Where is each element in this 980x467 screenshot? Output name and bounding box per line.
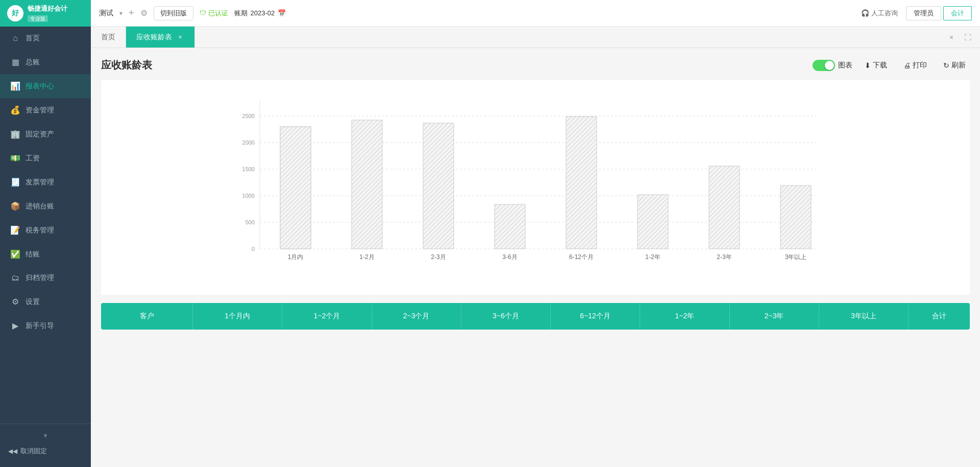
sidebar-item-settings[interactable]: ⚙ 设置	[0, 290, 91, 314]
toggle-switch[interactable]	[813, 60, 835, 71]
bar-chart: 0 500 1000 1500 2000 2500	[111, 90, 960, 285]
salary-icon: 💵	[10, 153, 20, 163]
service-label: 人工咨询	[871, 9, 898, 18]
th-2-3month: 2~3个月	[372, 303, 461, 330]
tax-icon: 📝	[10, 225, 20, 235]
th-1-2month: 1~2个月	[282, 303, 372, 330]
bar-1-2year	[638, 195, 668, 249]
sidebar-item-capital-label: 资金管理	[26, 106, 54, 115]
calendar-icon[interactable]: 📅	[278, 9, 286, 17]
print-label: 打印	[913, 61, 927, 70]
sidebar-item-invoice-label: 发票管理	[26, 178, 54, 187]
home-icon: ⌂	[10, 34, 20, 43]
tab-close-icon[interactable]: ×	[176, 33, 184, 41]
x-label-3year-plus: 3年以上	[785, 253, 807, 261]
switch-version-button[interactable]: 切到旧版	[154, 6, 193, 20]
sidebar-item-tutorial-label: 新手引导	[26, 321, 54, 331]
logo-text-block: 畅捷通好会计 专业版	[28, 4, 67, 22]
tab-home-label: 首页	[101, 33, 115, 42]
logo-sub: 专业版	[28, 13, 67, 22]
sidebar-item-home-label: 首页	[26, 34, 40, 43]
main-area: 测试 ▾ + ⚙ 切到旧版 🛡 已认证 账期 2023-02 📅 🎧 人工咨询 …	[91, 0, 980, 467]
th-3-6month: 3~6个月	[461, 303, 551, 330]
sidebar-item-tax[interactable]: 📝 税务管理	[0, 218, 91, 242]
table-area: 客户 1个月内 1~2个月 2~3个月 3~6个月 6~12个月 1~2年 2~…	[101, 303, 970, 330]
sidebar-item-archive[interactable]: 🗂 归档管理	[0, 266, 91, 290]
refresh-label: 刷新	[951, 61, 966, 70]
tabbar: 首页 应收账龄表 × × ⛶	[91, 27, 980, 48]
svg-text:1500: 1500	[242, 166, 255, 172]
tab-receivable-aging-label: 应收账龄表	[136, 33, 172, 42]
sidebar-item-salary[interactable]: 💵 工资	[0, 146, 91, 170]
certified-status: 🛡 已认证	[200, 9, 228, 18]
download-button[interactable]: ⬇ 下载	[861, 59, 891, 72]
cancel-fixed-button[interactable]: ◀◀ 取消固定	[0, 441, 91, 461]
x-label-2-3month: 2-3月	[431, 253, 446, 261]
sidebar-item-home[interactable]: ⌂ 首页	[0, 27, 91, 50]
bar-3-6month	[495, 204, 525, 249]
sidebar-item-close-account-label: 结账	[26, 250, 40, 259]
tutorial-icon: ▶	[10, 321, 20, 331]
bar-6-12month	[566, 116, 597, 249]
refresh-icon: ↻	[943, 61, 949, 69]
add-project-icon[interactable]: +	[129, 8, 134, 18]
sidebar-item-purchase-sales-label: 进销台账	[26, 202, 54, 211]
chart-toggle[interactable]: 图表	[813, 60, 852, 71]
print-button[interactable]: 🖨 打印	[899, 59, 931, 72]
logo-title: 畅捷通好会计	[28, 4, 67, 13]
x-label-1-2year: 1-2年	[645, 253, 660, 261]
sidebar-item-archive-label: 归档管理	[26, 273, 54, 283]
service-button[interactable]: 🎧 人工咨询	[861, 9, 898, 18]
project-dropdown-icon[interactable]: ▾	[119, 10, 122, 17]
th-1-2year: 1~2年	[640, 303, 729, 330]
sidebar-item-ledger[interactable]: ▦ 总账	[0, 50, 91, 74]
x-label-6-12month: 6-12个月	[569, 253, 594, 261]
sidebar-item-capital[interactable]: 💰 资金管理	[0, 98, 91, 122]
logo-icon: 好	[7, 5, 23, 21]
th-customer: 客户	[101, 303, 193, 330]
sidebar-item-reports[interactable]: 📊 报表中心	[0, 74, 91, 98]
sidebar-item-ledger-label: 总账	[26, 58, 40, 67]
sidebar-item-assets-label: 固定资产	[26, 130, 54, 139]
sidebar-item-tutorial[interactable]: ▶ 新手引导	[0, 314, 91, 338]
accountant-button[interactable]: 会计	[943, 6, 972, 20]
purchase-sales-icon: 📦	[10, 201, 20, 211]
x-label-2-3year: 2-3年	[717, 253, 731, 261]
cancel-fixed-icon: ◀◀	[8, 448, 17, 455]
sidebar-item-salary-label: 工资	[26, 154, 40, 163]
x-label-1-2month: 1-2月	[359, 253, 374, 261]
archive-icon: 🗂	[10, 273, 20, 283]
tab-receivable-aging[interactable]: 应收账龄表 ×	[126, 27, 195, 48]
th-6-12month: 6~12个月	[551, 303, 640, 330]
x-label-1month: 1月内	[288, 253, 304, 261]
tab-home[interactable]: 首页	[91, 27, 126, 48]
print-icon: 🖨	[903, 61, 911, 69]
bar-3year-plus	[780, 185, 811, 249]
svg-text:2000: 2000	[242, 139, 255, 146]
reports-icon: 📊	[10, 81, 20, 91]
period-info: 账期 2023-02 📅	[234, 9, 286, 18]
window-expand-button[interactable]: ⛶	[962, 31, 974, 43]
sidebar-item-purchase-sales[interactable]: 📦 进销台账	[0, 194, 91, 218]
bar-2-3month	[423, 123, 454, 249]
refresh-button[interactable]: ↻ 刷新	[939, 59, 970, 72]
chart-area: 0 500 1000 1500 2000 2500	[101, 80, 970, 295]
cancel-fixed-label: 取消固定	[20, 447, 47, 456]
sidebar-item-assets[interactable]: 🏢 固定资产	[0, 122, 91, 146]
th-total: 合计	[909, 303, 970, 330]
window-close-button[interactable]: ×	[945, 31, 958, 43]
chart-wrapper: 0 500 1000 1500 2000 2500	[111, 90, 960, 285]
window-controls: × ⛶	[939, 27, 980, 48]
sidebar-logo: 好 畅捷通好会计 专业版	[0, 0, 91, 27]
manager-button[interactable]: 管理员	[906, 6, 941, 20]
project-settings-icon[interactable]: ⚙	[140, 8, 148, 18]
sidebar-nav: ⌂ 首页 ▦ 总账 📊 报表中心 💰 资金管理 🏢 固定资产 💵 工资 🧾 发票…	[0, 27, 91, 424]
bar-2-3year	[709, 166, 740, 249]
close-account-icon: ✅	[10, 249, 20, 259]
sidebar-item-invoice[interactable]: 🧾 发票管理	[0, 170, 91, 194]
sidebar-item-close-account[interactable]: ✅ 结账	[0, 242, 91, 266]
page-title: 应收账龄表	[101, 58, 152, 72]
svg-text:2500: 2500	[242, 113, 255, 119]
sidebar: 好 畅捷通好会计 专业版 ⌂ 首页 ▦ 总账 📊 报表中心 💰 资金管理 🏢 固…	[0, 0, 91, 467]
certified-icon: 🛡	[200, 9, 206, 17]
